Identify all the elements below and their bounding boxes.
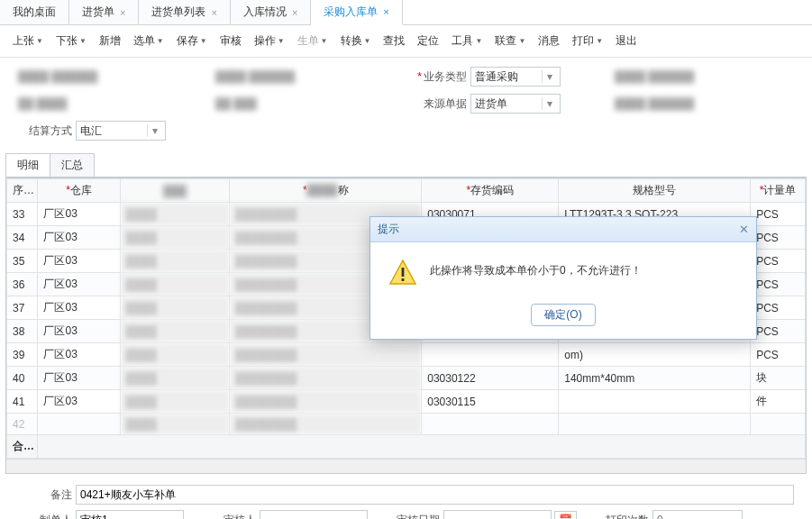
biz-type-select[interactable]: 普通采购▾ [470, 67, 561, 86]
total-label: 合计 [7, 435, 38, 459]
remark-label: 备注 [18, 487, 72, 503]
col-spec[interactable]: 规格型号 [559, 179, 751, 203]
table-row[interactable]: 41厂区03████████████03030115件 [7, 390, 806, 414]
audit-date-input[interactable] [443, 510, 552, 519]
alert-dialog: 提示 ✕ 此操作将导致成本单价小于0，不允许进行！ 确定(O) [370, 216, 757, 340]
payment-label: 结算方式 [18, 123, 72, 139]
cell-warehouse[interactable]: 厂区03 [38, 390, 120, 414]
close-icon[interactable]: × [383, 6, 388, 17]
cell-warehouse[interactable]: 厂区03 [38, 367, 120, 390]
toolbar-联查[interactable]: 联查▼ [489, 31, 531, 51]
cell-code[interactable] [422, 414, 559, 435]
chevron-down-icon: ▼ [200, 37, 207, 45]
cell-spec[interactable] [559, 414, 751, 435]
horizontal-scrollbar[interactable] [6, 459, 806, 473]
cell-code[interactable]: 03030122 [422, 367, 559, 390]
cell-spec[interactable] [559, 390, 751, 414]
cell-unit[interactable]: PCS [751, 250, 806, 273]
cell-spec[interactable]: om) [559, 343, 751, 367]
cell-unit[interactable]: PCS [751, 296, 806, 320]
cell-spec[interactable]: 140mm*40mm [559, 367, 751, 390]
col-name[interactable]: *████称 [230, 179, 422, 203]
toolbar-消息[interactable]: 消息 [533, 31, 565, 51]
toolbar-操作[interactable]: 操作▼ [249, 31, 290, 51]
toolbar-查找[interactable]: 查找 [378, 31, 410, 51]
cell-warehouse[interactable]: 厂区03 [38, 250, 120, 273]
tab-入库情况[interactable]: 入库情况× [231, 0, 311, 24]
cell-unit[interactable]: PCS [751, 343, 806, 367]
subtab-明细[interactable]: 明细 [5, 153, 50, 177]
close-icon[interactable]: × [211, 7, 216, 18]
close-icon[interactable]: × [120, 7, 125, 18]
blurred-field: ████ ██████ [615, 70, 794, 83]
ok-button[interactable]: 确定(O) [531, 304, 595, 326]
toolbar-转换[interactable]: 转换▼ [335, 31, 377, 51]
cell-seq: 39 [7, 343, 38, 367]
blurred-field: ████ ██████ [615, 97, 794, 110]
toolbar-打印[interactable]: 打印▼ [567, 31, 608, 51]
cell-unit[interactable] [751, 414, 806, 435]
table-row[interactable]: 42████████████ [7, 414, 806, 435]
table-row[interactable]: 39厂区03████████████om)PCS [7, 343, 806, 367]
tab-进货单[interactable]: 进货单× [69, 0, 139, 24]
payment-select[interactable]: 电汇▾ [76, 121, 166, 141]
form-area: ████ ██████ ████ ██████ *业务类型 普通采购▾ ████… [0, 58, 812, 153]
cell-blur: ████ [120, 367, 230, 390]
cell-unit[interactable]: PCS [751, 320, 806, 343]
cell-warehouse[interactable]: 厂区03 [38, 226, 120, 250]
dialog-title: 提示 [378, 222, 399, 237]
col-blur1[interactable]: ███ [120, 179, 230, 203]
col-code[interactable]: *存货编码 [422, 179, 559, 203]
col-seq[interactable]: 序号 [7, 179, 38, 203]
col-unit[interactable]: *计量单 [751, 179, 806, 203]
cell-blur: ████ [120, 390, 230, 414]
tab-采购入库单[interactable]: 采购入库单× [311, 0, 402, 25]
blurred-field: ██ ████ [18, 97, 197, 110]
toolbar-保存[interactable]: 保存▼ [171, 31, 213, 51]
cell-seq: 40 [7, 367, 38, 390]
cell-blur: ████ [120, 296, 230, 320]
cell-warehouse[interactable] [38, 414, 120, 435]
toolbar-工具[interactable]: 工具▼ [446, 31, 488, 51]
maker-input[interactable] [76, 510, 184, 519]
table-row[interactable]: 40厂区03████████████03030122140mm*40mm块 [7, 367, 806, 390]
close-icon[interactable]: × [292, 7, 297, 18]
tab-进货单列表[interactable]: 进货单列表× [139, 0, 230, 24]
cell-blur: ████ [120, 203, 230, 226]
calendar-icon[interactable]: 📅 [554, 511, 577, 519]
cell-blur: ████████ [230, 390, 422, 414]
warning-icon [388, 259, 417, 287]
toolbar-选单[interactable]: 选单▼ [128, 31, 169, 51]
cell-unit[interactable]: 块 [751, 367, 806, 390]
source-select[interactable]: 进货单▾ [470, 94, 561, 114]
subtab-bar: 明细汇总 [5, 153, 807, 178]
cell-warehouse[interactable]: 厂区03 [38, 273, 120, 296]
cell-warehouse[interactable]: 厂区03 [38, 296, 120, 320]
tab-我的桌面[interactable]: 我的桌面 [0, 0, 69, 24]
toolbar-审核[interactable]: 审核 [214, 31, 247, 51]
auditor-input[interactable] [260, 510, 368, 519]
subtab-汇总[interactable]: 汇总 [50, 153, 95, 177]
cell-code[interactable]: 03030115 [422, 390, 559, 414]
cell-unit[interactable]: PCS [751, 226, 806, 250]
toolbar-定位[interactable]: 定位 [412, 31, 444, 51]
toolbar-下张[interactable]: 下张▼ [50, 31, 92, 51]
cell-unit[interactable]: 件 [751, 390, 806, 414]
toolbar-退出[interactable]: 退出 [610, 31, 643, 51]
cell-unit[interactable]: PCS [751, 203, 806, 226]
tab-bar: 我的桌面进货单×进货单列表×入库情况×采购入库单× [0, 0, 812, 25]
cell-unit[interactable]: PCS [751, 273, 806, 296]
cell-seq: 36 [7, 273, 38, 296]
cell-warehouse[interactable]: 厂区03 [38, 203, 120, 226]
cell-blur: ████████ [230, 414, 422, 435]
cell-warehouse[interactable]: 厂区03 [38, 343, 120, 367]
cell-blur: ████ [120, 250, 230, 273]
maker-label: 制单人 [18, 513, 72, 520]
cell-code[interactable] [422, 343, 559, 367]
remark-input[interactable] [76, 485, 794, 505]
close-icon[interactable]: ✕ [739, 223, 749, 236]
toolbar-上张[interactable]: 上张▼ [7, 31, 49, 51]
col-warehouse[interactable]: *仓库 [38, 179, 120, 203]
toolbar-新增[interactable]: 新增 [94, 31, 126, 51]
cell-warehouse[interactable]: 厂区03 [38, 320, 120, 343]
